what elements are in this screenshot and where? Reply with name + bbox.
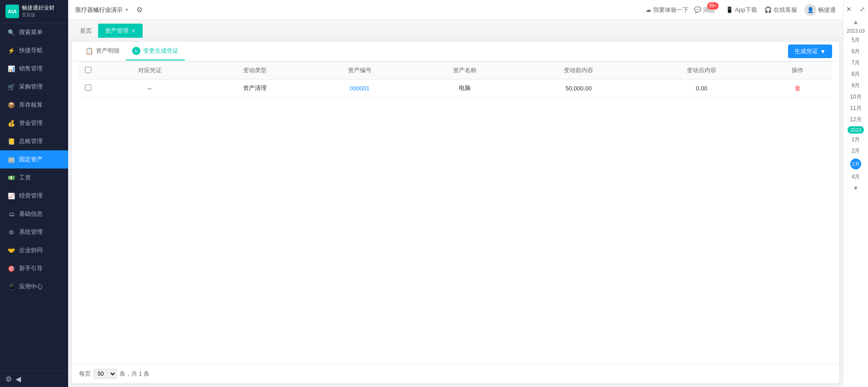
timeline-month-4[interactable]: 4月 <box>843 171 868 183</box>
tab-assets[interactable]: 资产管理 ✕ <box>98 24 143 38</box>
dropdown-arrow-icon: ▼ <box>820 48 826 55</box>
message-btn[interactable]: 💬 消息 99+ <box>694 6 715 14</box>
company-selector[interactable]: 医疗器械行业演示 ▼ <box>75 6 129 14</box>
header-before: 变动前内容 <box>517 62 640 79</box>
sidebar-item-label: 经营管理 <box>19 192 43 200</box>
sidebar-item-collab[interactable]: 🤝 企业协同 <box>0 241 68 259</box>
timeline-year-label: 2023.03 <box>846 27 866 35</box>
guide-icon: 🎯 <box>7 264 15 273</box>
timeline-month-10[interactable]: 10月 <box>843 91 868 103</box>
sidebar-item-assets[interactable]: 🏢 固定资产 <box>0 150 68 169</box>
sidebar-item-label: 新手引导 <box>19 264 43 273</box>
quicknav-icon: ⚡ <box>7 46 15 55</box>
sidebar-item-purchase[interactable]: 🛒 采购管理 <box>0 78 68 96</box>
payroll-icon: 💵 <box>7 174 15 182</box>
online-service-label: 在线客服 <box>774 6 797 14</box>
per-page-select[interactable]: 50 10 20 100 <box>94 369 117 379</box>
sidebar-item-label: 资金管理 <box>19 119 43 127</box>
sidebar-item-label: 采购管理 <box>19 83 43 91</box>
sidebar-item-payroll[interactable]: 💵 工资 <box>0 169 68 187</box>
per-page-label: 每页 <box>79 370 91 378</box>
online-service-btn[interactable]: 🎧 在线客服 <box>764 6 797 14</box>
timeline-month-7[interactable]: 7月 <box>843 57 868 69</box>
sidebar-item-search[interactable]: 🔍 搜索菜单 <box>0 23 68 41</box>
timeline-month-3[interactable]: 3月 <box>843 157 868 171</box>
row-asset-name: 电脑 <box>412 79 517 97</box>
sidebar-item-sales[interactable]: 📊 销售管理 <box>0 60 68 78</box>
sidebar-item-basic[interactable]: 🗂 基础信息 <box>0 205 68 223</box>
online-service-icon: 🎧 <box>764 6 772 13</box>
tab-asset-detail-label: 资产明细 <box>96 47 119 55</box>
timeline-month-5[interactable]: 5月 <box>843 35 868 46</box>
sidebar-item-system[interactable]: ⚙ 系统管理 <box>0 223 68 241</box>
sales-icon: 📊 <box>7 64 15 73</box>
feedback-btn[interactable]: ☁ 我要体验一下 <box>645 6 689 14</box>
tabbar: 首页 资产管理 ✕ <box>68 20 843 38</box>
header-asset-name: 资产名称 <box>412 62 517 79</box>
row-before: 50,000.00 <box>517 79 640 97</box>
settings-icon[interactable]: ⚙ <box>5 375 12 383</box>
sidebar-item-guide[interactable]: 🎯 新手引导 <box>0 259 68 278</box>
timeline-month-6[interactable]: 6月 <box>843 46 868 57</box>
system-icon: ⚙ <box>7 228 15 236</box>
tab-close-icon[interactable]: ✕ <box>131 28 136 34</box>
generate-voucher-btn[interactable]: 生成凭证 ▼ <box>788 45 832 58</box>
app-download-label: App下载 <box>735 6 757 14</box>
right-panel: ✕ ⤢ ▲ 2023.03 5月 6月 7月 8月 9月 10月 11月 12月… <box>843 0 868 387</box>
sidebar-item-appcenter[interactable]: 📱 应用中心 <box>0 278 68 296</box>
row-checkbox[interactable] <box>85 84 91 91</box>
row-change-type: 资产清理 <box>202 79 307 97</box>
sidebar-item-ledger[interactable]: 📒 总账管理 <box>0 132 68 150</box>
row-voucher: -- <box>97 79 202 97</box>
timeline-up-btn[interactable]: ▲ <box>851 16 861 27</box>
tab-change-voucher[interactable]: ↻ 变更生成凭证 <box>126 42 185 60</box>
inventory-icon: 📦 <box>7 101 15 109</box>
tab-label: 资产管理 <box>105 27 129 35</box>
content-area: 📋 资产明细 ↻ 变更生成凭证 生成凭证 ▼ <box>72 42 839 383</box>
collab-icon: 🤝 <box>7 246 15 254</box>
timeline-month-11[interactable]: 11月 <box>843 103 868 114</box>
tab-asset-detail[interactable]: 📋 资产明细 <box>79 42 126 60</box>
company-name: 医疗器械行业演示 <box>75 6 123 14</box>
topbar-gear-icon[interactable]: ⚙ <box>136 5 143 14</box>
timeline-month-12[interactable]: 12月 <box>843 114 868 125</box>
table-wrap: 对应凭证 变动类型 资产编号 资产名称 变动前内容 变动后内容 操作 -- 资产… <box>72 61 839 364</box>
sidebar-item-label: 基础信息 <box>19 210 43 218</box>
funds-icon: 💰 <box>7 119 15 127</box>
table-header: 对应凭证 变动类型 资产编号 资产名称 变动前内容 变动后内容 操作 <box>79 62 832 79</box>
header-change-type: 变动类型 <box>202 62 307 79</box>
timeline-down-btn[interactable]: ▼ <box>851 183 861 194</box>
timeline-month-1[interactable]: 1月 <box>843 134 868 145</box>
sidebar-item-label: 搜索菜单 <box>19 28 43 36</box>
sidebar-item-quicknav[interactable]: ⚡ 快捷导航 <box>0 41 68 60</box>
app-download-btn[interactable]: 📱 App下载 <box>726 6 757 14</box>
right-panel-close-icon[interactable]: ✕ <box>846 5 852 13</box>
sidebar: AtA 畅捷通好业财 普及版 🔍 搜索菜单 ⚡ 快捷导航 📊 销售管理 🛒 采购… <box>0 0 68 387</box>
avatar: 👤 <box>804 4 816 16</box>
row-action: 🗑 <box>763 79 832 97</box>
main-area: 医疗器械行业演示 ▼ ⚙ ☁ 我要体验一下 💬 消息 99+ 📱 App下载 🎧… <box>68 0 843 387</box>
user-btn[interactable]: 👤 畅捷通 <box>804 4 836 16</box>
collapse-icon[interactable]: ◀ <box>15 375 21 383</box>
sidebar-item-inventory[interactable]: 📦 库存核算 <box>0 96 68 114</box>
delete-icon[interactable]: 🗑 <box>794 84 801 92</box>
topbar: 医疗器械行业演示 ▼ ⚙ ☁ 我要体验一下 💬 消息 99+ 📱 App下载 🎧… <box>68 0 843 20</box>
pagination: 每页 50 10 20 100 条，共 1 条 <box>72 364 839 383</box>
timeline-month-2[interactable]: 2月 <box>843 145 868 157</box>
purchase-icon: 🛒 <box>7 83 15 91</box>
sidebar-item-label: 系统管理 <box>19 228 43 236</box>
app-name: 畅捷通好业财 <box>22 5 55 12</box>
timeline-month-8[interactable]: 8月 <box>843 69 868 80</box>
company-dropdown-icon: ▼ <box>124 7 129 12</box>
logo-icon: AtA <box>5 5 19 18</box>
asset-table: 对应凭证 变动类型 资产编号 资产名称 变动前内容 变动后内容 操作 -- 资产… <box>79 61 832 97</box>
right-panel-expand-icon[interactable]: ⤢ <box>860 5 865 13</box>
select-all-checkbox[interactable] <box>85 67 91 73</box>
app-logo: AtA 畅捷通好业财 普及版 <box>0 0 68 23</box>
sidebar-item-operation[interactable]: 📈 经营管理 <box>0 187 68 205</box>
sidebar-item-funds[interactable]: 💰 资金管理 <box>0 114 68 132</box>
app-download-icon: 📱 <box>726 6 733 13</box>
tab-home[interactable]: 首页 <box>75 24 96 38</box>
timeline-month-9[interactable]: 9月 <box>843 80 868 91</box>
table-row: -- 资产清理 000001 电脑 50,000.00 0.00 🗑 <box>79 79 832 97</box>
